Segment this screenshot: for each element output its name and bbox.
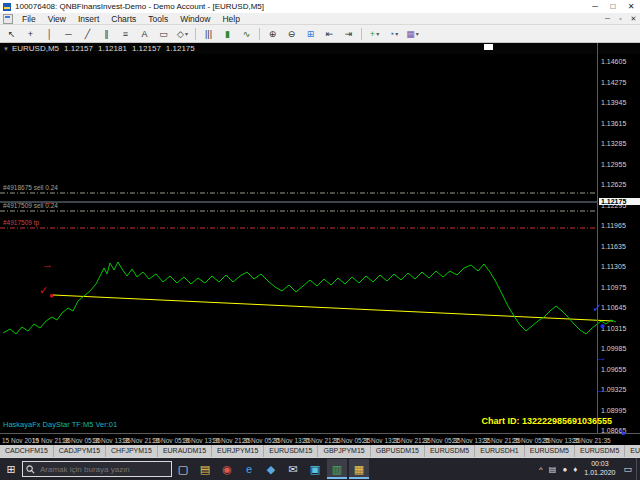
chart-tab-eurjpym15[interactable]: EURJPYM15	[212, 445, 264, 457]
zoom-out-button[interactable]: ⊖	[283, 26, 300, 42]
crosshair-tool[interactable]: +	[22, 26, 39, 42]
red-signal-arrow-icon: →	[42, 259, 53, 270]
chart-shift-button[interactable]: ⇥	[340, 26, 357, 42]
price-axis-label: 1.11965	[601, 222, 626, 229]
indicators-button-glyph: +	[370, 29, 375, 39]
menu-item-file[interactable]: File	[16, 14, 42, 24]
price-axis-label: 1.13615	[601, 120, 626, 127]
cursor-tool[interactable]: ↖	[3, 26, 20, 42]
chart-tab-cadchfm15[interactable]: CADCHFM15	[0, 445, 54, 457]
line-chart-button-glyph: ∿	[243, 29, 251, 39]
price-axis-label: 1.10975	[601, 284, 626, 291]
tile-windows-button[interactable]: ⊞	[302, 26, 319, 42]
mt4-icon[interactable]: ▦	[349, 459, 369, 479]
equidistant-channel-tool[interactable]: ∥	[98, 26, 115, 42]
chart-tab-eurusdm5[interactable]: EURUSDM5	[575, 445, 625, 457]
chart-tab-eurusdm5[interactable]: EURUSDM5	[625, 445, 640, 457]
candlestick-chart-button[interactable]: ▮	[219, 26, 236, 42]
trendline-tool-glyph: ╱	[85, 29, 90, 39]
menu-item-view[interactable]: View	[42, 14, 72, 24]
vertical-line-tool[interactable]: │	[41, 26, 58, 42]
chevron-down-icon: ▾	[395, 30, 398, 37]
blue-date-axis-arrow-icon: ↘	[618, 428, 626, 438]
tray-icon-3[interactable]: ♦	[570, 465, 580, 474]
chart-window-icon[interactable]	[3, 14, 13, 24]
start-button[interactable]: ⊞	[0, 463, 22, 476]
chart-tab-eurusdh1[interactable]: EURUSDH1	[475, 445, 525, 457]
excel-icon[interactable]: ▥	[327, 459, 347, 479]
fibonacci-tool-glyph: ≡	[123, 29, 128, 39]
clock[interactable]: 00:03 1.01.2020	[580, 460, 619, 478]
file-explorer-icon[interactable]: ▤	[195, 459, 215, 479]
menu-item-window[interactable]: Window	[174, 14, 216, 24]
tray-icons: ^▤●♦	[536, 465, 580, 474]
chart-panel: ▼ EURUSD,M5 1.12157 1.12181 1.12157 1.12…	[0, 43, 640, 445]
cursor-tool-glyph: ↖	[8, 29, 16, 39]
chart-close-button[interactable]: ✕	[627, 15, 640, 23]
periods-dropdown-glyph: ◔	[389, 29, 394, 39]
price-line-series	[3, 262, 616, 334]
trendline-tool[interactable]: ╱	[79, 26, 96, 42]
zoom-in-button[interactable]: ⊕	[264, 26, 281, 42]
auto-scroll-button-glyph: ⇤	[326, 29, 334, 39]
title-bar[interactable]: 100076408: QNBFinansInvest-Demo - Demo A…	[0, 0, 640, 13]
tray-expand-caret-icon[interactable]: ^	[536, 465, 546, 474]
zoom-out-button-glyph: ⊖	[288, 29, 296, 39]
mail-icon[interactable]: ✉	[283, 459, 303, 479]
price-axis-label: 1.12625	[601, 181, 626, 188]
tray-icon-2[interactable]: ●	[559, 465, 570, 474]
zoom-in-button-glyph: ⊕	[269, 29, 277, 39]
chart-tab-eurusdm5[interactable]: EURUSDM5	[525, 445, 575, 457]
templates-dropdown-glyph: ▦	[406, 29, 415, 39]
chart-tab-gbpusdm15[interactable]: GBPUSDM15	[371, 445, 425, 457]
horizontal-line-tool[interactable]: ─	[60, 26, 77, 42]
search-input[interactable]	[38, 464, 162, 475]
fibonacci-tool[interactable]: ≡	[117, 26, 134, 42]
chart-restore-button[interactable]: ▫	[614, 15, 627, 23]
toolbar: ↖+│─╱∥≡A▭◇▾|||▮∿⊕⊖⊞⇤⇥+▾◔▾▦▾	[0, 25, 640, 43]
maximize-button[interactable]: □	[604, 0, 622, 13]
store-icon[interactable]: ◆	[261, 459, 281, 479]
auto-scroll-button[interactable]: ⇤	[321, 26, 338, 42]
chart-tab-cadjpym15[interactable]: CADJPYM15	[54, 445, 106, 457]
menu-item-help[interactable]: Help	[216, 14, 245, 24]
task-view-icon[interactable]: ▢	[173, 459, 193, 479]
chart-tab-gbpjpym15[interactable]: GBPJPYM15	[318, 445, 370, 457]
edge-icon[interactable]: e	[239, 459, 259, 479]
photos-icon[interactable]: ▣	[305, 459, 325, 479]
chart-tab-eurusdm5[interactable]: EURUSDM5	[425, 445, 475, 457]
text-label-tool[interactable]: ▭	[155, 26, 172, 42]
chart-minimize-button[interactable]: ─	[601, 15, 614, 23]
chart-id-label: Chart ID: 132222985691036555	[481, 416, 612, 426]
chart-shift-button-glyph: ⇥	[345, 29, 353, 39]
close-button[interactable]: ✕	[622, 0, 640, 13]
bar-chart-button[interactable]: |||	[200, 26, 217, 42]
taskbar-search[interactable]	[22, 461, 172, 477]
menu-item-insert[interactable]: Insert	[72, 14, 105, 24]
templates-dropdown[interactable]: ▦▾	[404, 26, 421, 42]
arrows-dropdown[interactable]: ◇▾	[174, 26, 191, 42]
text-tool[interactable]: A	[136, 26, 153, 42]
bar-chart-button-glyph: |||	[205, 29, 212, 39]
chrome-icon[interactable]: ◉	[217, 459, 237, 479]
show-desktop-button[interactable]	[636, 458, 640, 480]
periods-dropdown[interactable]: ◔▾	[385, 26, 402, 42]
chevron-down-icon: ▾	[185, 30, 188, 37]
equidistant-channel-tool-glyph: ∥	[104, 29, 109, 39]
minimize-button[interactable]: ─	[586, 0, 604, 13]
line-chart-button[interactable]: ∿	[238, 26, 255, 42]
toolbar-separator	[195, 28, 196, 40]
chevron-down-icon: ▾	[376, 30, 379, 37]
price-axis-label: 1.09655	[601, 366, 626, 373]
tray-icon-1[interactable]: ▤	[546, 465, 560, 474]
yellow-trendline[interactable]	[53, 295, 613, 321]
chart-tab-chfjpym15[interactable]: CHFJPYM15	[106, 445, 158, 457]
chart-tab-eurusdm15[interactable]: EURUSDM15	[264, 445, 318, 457]
menu-item-charts[interactable]: Charts	[105, 14, 142, 24]
menu-item-tools[interactable]: Tools	[142, 14, 174, 24]
chart-tab-euraudm15[interactable]: EURAUDM15	[158, 445, 212, 457]
tile-windows-button-glyph: ⊞	[307, 29, 315, 39]
indicators-button[interactable]: +▾	[366, 26, 383, 42]
notification-center-icon[interactable]: ▭	[619, 464, 636, 474]
price-chart-plot	[0, 43, 640, 445]
